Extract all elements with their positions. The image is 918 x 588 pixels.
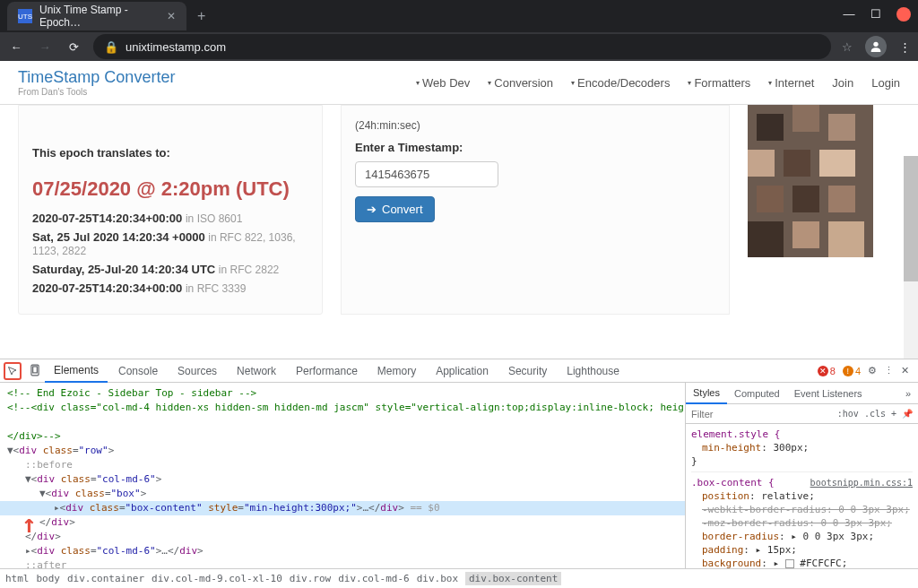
tab-computed[interactable]: Computed [727, 383, 787, 404]
pin-icon[interactable]: 📌 [902, 409, 913, 419]
new-rule-icon[interactable]: + [891, 409, 896, 419]
elements-panel[interactable]: ↑ <!-- End Ezoic - Sidebar Top - sidebar… [0, 383, 685, 568]
bc-item[interactable]: html [5, 573, 30, 584]
favicon-icon: UTS [18, 9, 32, 23]
brand-title: TimeStamp Converter [18, 68, 175, 87]
dom-line[interactable]: ▼<div class="row"> [0, 444, 685, 458]
tab-close-icon[interactable]: ✕ [167, 10, 176, 22]
bc-item[interactable]: body [37, 573, 61, 584]
svg-rect-11 [748, 221, 784, 257]
tab-security[interactable]: Security [499, 359, 556, 383]
date-line: 2020-07-25T14:20:34+00:00 in RFC 3339 [32, 281, 308, 295]
new-tab-button[interactable]: + [197, 8, 205, 24]
styles-body[interactable]: element.style { min-height: 300px; } boo… [686, 424, 918, 568]
breadcrumb[interactable]: html body div.container div.col-md-9.col… [0, 568, 918, 588]
url-text: unixtimestamp.com [126, 40, 226, 54]
tab-memory[interactable]: Memory [368, 359, 425, 383]
svg-rect-8 [757, 186, 784, 212]
tab-network[interactable]: Network [228, 359, 285, 383]
tab-sources[interactable]: Sources [169, 359, 226, 383]
ad-image [748, 105, 873, 257]
lock-icon: 🔒 [104, 40, 118, 54]
devtools-menu-icon[interactable]: ⋮ [884, 365, 894, 376]
brand[interactable]: TimeStamp Converter From Dan's Tools [18, 68, 175, 97]
dom-line[interactable]: ▼<div class="box"> [0, 487, 685, 501]
dom-line[interactable]: </div> [0, 515, 685, 530]
dom-line-selected[interactable]: ▸<div class="box-content" style="min-hei… [0, 501, 685, 515]
svg-rect-7 [819, 150, 855, 177]
bc-item[interactable]: div.row [290, 573, 331, 584]
warnings-badge[interactable]: !4 [843, 366, 861, 376]
timestamp-input[interactable] [355, 161, 498, 187]
maximize-icon[interactable]: ☐ [870, 7, 882, 20]
convert-button[interactable]: ➔ Convert [355, 196, 435, 222]
tab-lighthouse[interactable]: Lighthouse [558, 359, 628, 383]
device-toolbar-icon[interactable] [27, 364, 43, 378]
tab-event-listeners[interactable]: Event Listeners [787, 383, 870, 404]
nav-conversion[interactable]: ▾Conversion [488, 76, 553, 90]
date-line: Saturday, 25-Jul-20 14:20:34 UTC in RFC … [32, 263, 308, 276]
window-close-icon[interactable] [896, 7, 911, 22]
address-bar[interactable]: 🔒 unixtimestamp.com [93, 34, 831, 59]
nav-internet[interactable]: ▾Internet [768, 76, 814, 90]
svg-rect-3 [792, 105, 819, 132]
tab-elements[interactable]: Elements [45, 359, 108, 383]
profile-icon[interactable] [865, 36, 887, 57]
svg-rect-4 [828, 114, 855, 141]
arrow-right-icon: ➔ [367, 203, 377, 216]
reload-icon[interactable]: ⟳ [65, 40, 82, 54]
bc-item-selected[interactable]: div.box-content [465, 572, 561, 585]
nav-encode[interactable]: ▾Encode/Decoders [571, 76, 670, 90]
nav-menu: ▾Web Dev ▾Conversion ▾Encode/Decoders ▾F… [416, 76, 900, 90]
date-line: 2020-07-25T14:20:34+00:00 in ISO 8601 [32, 212, 308, 225]
hint-text: (24h:min:sec) [355, 119, 715, 132]
back-icon[interactable]: ← [7, 40, 25, 54]
styles-filter-input[interactable] [686, 407, 837, 421]
scrollbar-thumb[interactable] [904, 156, 918, 281]
bookmark-icon[interactable]: ☆ [842, 40, 853, 54]
date-line: Sat, 25 Jul 2020 14:20:34 +0000 in RFC 8… [32, 230, 308, 257]
dom-line[interactable]: <!-- End Ezoic - Sidebar Top - sidebar -… [0, 386, 685, 401]
nav-formatters[interactable]: ▾Formatters [688, 76, 750, 90]
brand-subtitle: From Dan's Tools [18, 87, 175, 97]
bc-item[interactable]: div.col-md-6 [338, 573, 409, 584]
errors-badge[interactable]: ✕8 [818, 366, 836, 376]
svg-rect-6 [784, 150, 810, 177]
dom-line[interactable]: <!--<div class="col-md-4 hidden-xs hidde… [0, 401, 685, 415]
svg-rect-5 [748, 150, 775, 177]
translates-label: This epoch translates to: [32, 146, 308, 160]
tab-application[interactable]: Application [427, 359, 498, 383]
inspect-element-icon[interactable] [4, 362, 22, 380]
result-box: This epoch translates to: 07/25/2020 @ 2… [18, 105, 323, 315]
bc-item[interactable]: div.box [417, 573, 458, 584]
tab-performance[interactable]: Performance [287, 359, 367, 383]
annotation-arrow-icon: ↑ [22, 517, 37, 532]
bc-item[interactable]: div.col-md-9.col-xl-10 [152, 573, 282, 584]
nav-join[interactable]: Join [832, 76, 853, 90]
dom-line[interactable]: ▼<div class="col-md-6"> [0, 472, 685, 487]
hov-toggle[interactable]: :hov [837, 409, 859, 419]
tab-console[interactable]: Console [109, 359, 167, 383]
dom-line[interactable]: ::before [0, 458, 685, 472]
dom-line[interactable]: </div> [0, 530, 685, 544]
styles-more-icon[interactable]: » [898, 388, 918, 399]
svg-rect-12 [792, 221, 819, 248]
svg-rect-9 [792, 186, 819, 212]
svg-rect-10 [828, 186, 855, 212]
tab-title: Unix Time Stamp - Epoch… [39, 4, 160, 29]
dom-line[interactable]: </div>--> [0, 429, 685, 444]
browser-tab[interactable]: UTS Unix Time Stamp - Epoch… ✕ [7, 2, 186, 30]
nav-login[interactable]: Login [871, 76, 900, 90]
page-scrollbar[interactable] [904, 156, 918, 359]
nav-webdev[interactable]: ▾Web Dev [416, 76, 470, 90]
dom-line[interactable]: ::after [0, 558, 685, 568]
browser-menu-icon[interactable]: ⋮ [899, 40, 911, 54]
dom-line[interactable]: ▸<div class="col-md-6">…</div> [0, 544, 685, 558]
input-box: (24h:min:sec) Enter a Timestamp: ➔ Conve… [341, 105, 730, 315]
devtools-close-icon[interactable]: ✕ [901, 365, 909, 376]
settings-gear-icon[interactable]: ⚙ [868, 365, 877, 376]
minimize-icon[interactable]: — [843, 7, 855, 20]
bc-item[interactable]: div.container [67, 573, 144, 584]
cls-toggle[interactable]: .cls [864, 409, 886, 419]
tab-styles[interactable]: Styles [686, 383, 727, 404]
